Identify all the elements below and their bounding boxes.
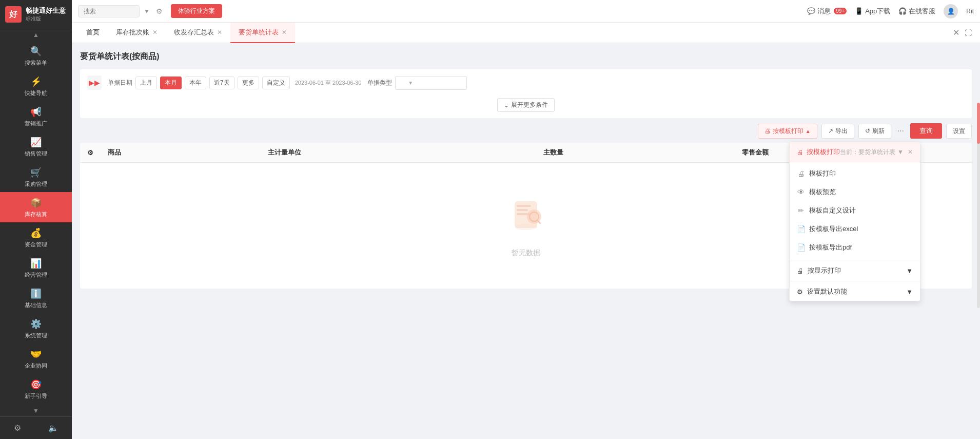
sidebar-item-label: 系统管理 xyxy=(25,332,47,339)
dropdown-title: 按模板打印 xyxy=(807,147,840,157)
dropdown-item-set-default[interactable]: ⚙ 设置默认功能 ▼ xyxy=(790,282,920,301)
right-scrollbar[interactable] xyxy=(977,103,980,308)
messages-label: 消息 xyxy=(817,7,831,16)
tab-collection-summary[interactable]: 收发存汇总表 ✕ xyxy=(166,23,230,43)
search-icon: 🔍 xyxy=(30,46,42,57)
set-default-icon: ⚙ xyxy=(797,288,803,296)
svg-rect-3 xyxy=(517,209,528,211)
tabbar: 首页 库存批次账 ✕ 收发存汇总表 ✕ 要货单统计表 ✕ ✕ ⛶ xyxy=(72,23,980,43)
topbar-gear-icon[interactable]: ⚙ xyxy=(156,7,163,15)
refresh-button[interactable]: ↺ 刷新 xyxy=(858,124,891,139)
volume-icon[interactable]: 🔈 xyxy=(44,421,63,435)
edition-label: 标准版 xyxy=(26,15,66,22)
sidebar-item-system[interactable]: ⚙️ 系统管理 xyxy=(0,313,72,343)
sidebar-scroll-up[interactable]: ▲ xyxy=(0,29,72,41)
expand-more-label: 展开更多条件 xyxy=(511,101,548,109)
sidebar-item-label: 销售管理 xyxy=(25,150,47,158)
system-icon: ⚙️ xyxy=(30,318,42,330)
dropdown-item-template-print[interactable]: 🖨 模板打印 xyxy=(790,164,920,183)
tab-order-stats-label: 要货单统计表 xyxy=(239,28,279,37)
sidebar: 好 畅捷通好生意 标准版 ▲ 🔍 搜索菜单 ⚡ 快捷导航 📢 营销推广 📈 销售… xyxy=(0,0,72,439)
export-excel-label: 按模板导出excel xyxy=(809,224,858,234)
export-label: 导出 xyxy=(835,127,848,136)
dropdown-item-template-custom[interactable]: ✏ 模板自定义设计 xyxy=(790,201,920,220)
date-btn-last-7-days[interactable]: 近7天 xyxy=(209,77,234,89)
sidebar-item-basic[interactable]: ℹ️ 基础信息 xyxy=(0,283,72,313)
date-btn-last-month[interactable]: 上月 xyxy=(135,77,157,89)
dropdown-chevron: ▼ xyxy=(897,148,904,156)
template-custom-label: 模板自定义设计 xyxy=(809,206,856,215)
dropdown-item-export-excel[interactable]: 📄 按模板导出excel xyxy=(790,220,920,238)
dropdown-item-export-pdf[interactable]: 📄 按模板导出pdf xyxy=(790,238,920,257)
expand-more-button[interactable]: ⌄ 展开更多条件 xyxy=(497,98,555,112)
refresh-label: 刷新 xyxy=(872,127,885,136)
dropdown-section-items: 🖨 模板打印 👁 模板预览 ✏ 模板自定义设计 📄 按模板导出excel xyxy=(790,162,920,259)
settings-icon[interactable]: ⚙ xyxy=(10,421,25,435)
tab-home-label: 首页 xyxy=(86,28,100,37)
empty-text: 暂无数据 xyxy=(512,249,540,258)
sidebar-item-operations[interactable]: 📊 经营管理 xyxy=(0,253,72,283)
sidebar-item-inventory[interactable]: 📦 库存核算 xyxy=(0,192,72,222)
tab-inventory-batch[interactable]: 库存批次账 ✕ xyxy=(108,23,166,43)
sidebar-item-quicknav[interactable]: ⚡ 快捷导航 xyxy=(0,71,72,101)
sidebar-item-appcenter[interactable]: 📱 应用中心 xyxy=(0,404,72,405)
sidebar-item-label: 企业协同 xyxy=(25,362,47,370)
date-btn-more[interactable]: 更多 xyxy=(238,77,259,89)
topbar-dropdown-arrow[interactable]: ▼ xyxy=(144,8,150,15)
dropdown-close-icon[interactable]: ✕ xyxy=(908,148,913,156)
topbar: ▼ ⚙ 体验行业方案 💬 消息 99+ 📱 App下载 🎧 在线客服 👤 Rit xyxy=(72,0,980,23)
sidebar-item-newbie[interactable]: 🎯 新手引导 xyxy=(0,374,72,404)
finance-icon: 💰 xyxy=(30,227,42,239)
date-range-display: 2023-06-01 至 2023-06-30 xyxy=(295,79,362,87)
main-area: ▼ ⚙ 体验行业方案 💬 消息 99+ 📱 App下载 🎧 在线客服 👤 Rit xyxy=(72,0,980,439)
sidebar-item-sales[interactable]: 📈 销售管理 xyxy=(0,131,72,162)
app-download-label: App下载 xyxy=(865,7,890,16)
sidebar-item-collab[interactable]: 🤝 企业协同 xyxy=(0,343,72,374)
toolbar-more-icon[interactable]: ··· xyxy=(895,126,906,136)
messages-button[interactable]: 💬 消息 99+ xyxy=(807,7,847,16)
search-input[interactable] xyxy=(78,5,140,17)
collab-icon: 🤝 xyxy=(30,349,42,360)
sidebar-item-label: 营销推广 xyxy=(25,120,47,127)
sidebar-logo: 好 畅捷通好生意 标准版 xyxy=(0,0,72,29)
settings-button[interactable]: 设置 xyxy=(946,124,972,139)
export-button[interactable]: ↗ 导出 xyxy=(821,124,854,139)
tab-inventory-batch-close[interactable]: ✕ xyxy=(152,29,158,36)
quicknav-icon: ⚡ xyxy=(30,76,42,87)
tab-order-stats-close[interactable]: ✕ xyxy=(282,29,287,36)
sidebar-item-marketing[interactable]: 📢 营销推广 xyxy=(0,101,72,131)
col-quantity: 主数量 xyxy=(536,143,735,163)
sidebar-item-search[interactable]: 🔍 搜索菜单 xyxy=(0,41,72,71)
svg-rect-2 xyxy=(517,205,531,207)
date-btn-current-year[interactable]: 本年 xyxy=(185,77,206,89)
type-select[interactable]: ▼ xyxy=(395,76,467,90)
dropdown-item-template-preview[interactable]: 👁 模板预览 xyxy=(790,183,920,201)
online-service-button[interactable]: 🎧 在线客服 xyxy=(898,7,935,16)
type-select-value xyxy=(400,79,406,87)
tab-collection-summary-close[interactable]: ✕ xyxy=(217,29,222,36)
sidebar-item-finance[interactable]: 💰 资金管理 xyxy=(0,222,72,253)
sidebar-item-label: 采购管理 xyxy=(25,180,47,188)
filter-toggle-button[interactable]: ▶▶ xyxy=(87,75,102,90)
tab-order-stats[interactable]: 要货单统计表 ✕ xyxy=(230,23,295,43)
expand-icon: ⌄ xyxy=(504,102,509,109)
col-product: 商品 xyxy=(101,143,261,163)
sidebar-item-purchase[interactable]: 🛒 采购管理 xyxy=(0,162,72,192)
tabbar-expand-icon[interactable]: ⛶ xyxy=(963,29,974,37)
avatar-icon: 👤 xyxy=(947,8,955,15)
avatar[interactable]: 👤 xyxy=(944,4,958,18)
tabbar-close-icon[interactable]: ✕ xyxy=(950,28,963,37)
sidebar-scroll-down[interactable]: ▼ xyxy=(0,405,72,416)
tab-home[interactable]: 首页 xyxy=(78,23,108,43)
trial-button[interactable]: 体验行业方案 xyxy=(171,4,222,18)
print-button[interactable]: 🖨 按模板打印 ▲ xyxy=(758,124,817,139)
date-filter-group: 单据日期 上月 本月 本年 近7天 更多 自定义 2023-06-01 至 20… xyxy=(108,77,361,89)
app-download-button[interactable]: 📱 App下载 xyxy=(855,7,890,16)
date-btn-current-month[interactable]: 本月 xyxy=(160,77,182,89)
date-btn-custom[interactable]: 自定义 xyxy=(262,77,290,89)
tab-collection-summary-label: 收发存汇总表 xyxy=(174,28,214,37)
query-button[interactable]: 查询 xyxy=(910,123,942,139)
sales-icon: 📈 xyxy=(30,137,42,148)
dropdown-item-display-print[interactable]: 🖨 按显示打印 ▼ xyxy=(790,261,920,280)
col-settings: ⚙ xyxy=(80,143,101,163)
